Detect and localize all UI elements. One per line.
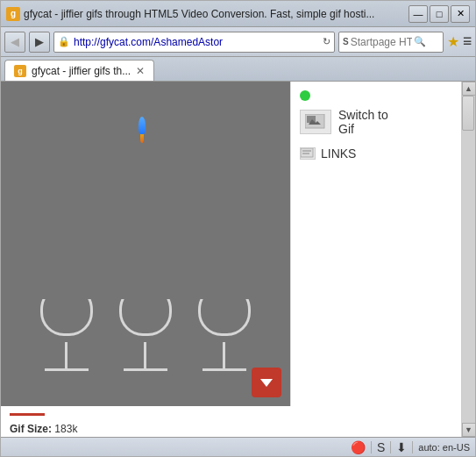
tab-close-button[interactable]: ✕	[136, 65, 145, 77]
tab-title: gfycat - jiffier gifs th...	[32, 65, 131, 77]
status-separator-2	[390, 441, 391, 453]
status-bar: 🔴 S ⬇ auto: en-US	[1, 437, 475, 456]
sidebar-panel: Switch to Gif LINKS	[290, 82, 461, 406]
close-button[interactable]: ✕	[451, 5, 470, 23]
gif-size-value: 183k	[54, 423, 77, 435]
download-status-icon: ⬇	[396, 440, 407, 454]
glass-base-3	[202, 368, 246, 371]
content-area: Switch to Gif LINKS	[1, 82, 475, 437]
links-label: LINKS	[321, 146, 356, 161]
tab-bar: g gfycat - jiffier gifs th... ✕	[1, 57, 475, 82]
glass-stem-2	[144, 342, 146, 368]
address-input[interactable]	[74, 36, 319, 48]
wine-glasses	[1, 283, 290, 371]
gif-scene	[1, 82, 290, 406]
forward-button[interactable]: ▶	[29, 32, 50, 53]
glass-cup-2	[119, 283, 172, 336]
projectile	[137, 117, 147, 143]
glass-stem-1	[65, 342, 67, 368]
title-bar: g gfycat - jiffier gifs through HTML5 Vi…	[1, 1, 475, 27]
security-icon: 🔴	[351, 440, 366, 454]
address-lock-icon: 🔒	[58, 36, 70, 47]
scroll-track[interactable]	[462, 96, 475, 423]
wine-glass-1	[36, 283, 97, 371]
svg-marker-0	[260, 379, 273, 387]
wine-glass-2	[115, 283, 176, 371]
scroll-thumb[interactable]	[462, 96, 474, 131]
back-button[interactable]: ◀	[4, 32, 25, 53]
language-indicator: auto: en-US	[418, 442, 470, 453]
navigation-bar: ◀ ▶ 🔒 ↻ S 🔍 ★ ☰	[1, 27, 475, 57]
search-logo: S	[343, 37, 349, 46]
minimize-button[interactable]: —	[409, 5, 428, 23]
projectile-body	[139, 117, 146, 134]
refresh-button[interactable]: ↻	[323, 36, 330, 47]
browser-window: g gfycat - jiffier gifs through HTML5 Vi…	[0, 0, 476, 457]
image-icon	[305, 114, 326, 130]
window-title: gfycat - jiffier gifs through HTML5 Vide…	[24, 8, 374, 20]
switch-to-gif-label: Switch to Gif	[338, 108, 388, 136]
switch-to-gif-button[interactable]: Switch to Gif	[300, 108, 452, 136]
info-section: Gif Size: 183k Gfy Size: 23k Compression…	[1, 406, 461, 437]
links-button[interactable]: LINKS	[300, 146, 452, 161]
glass-cup-1	[40, 283, 93, 336]
glass-stem-3	[223, 342, 225, 368]
active-tab[interactable]: g gfycat - jiffier gifs th... ✕	[4, 60, 154, 81]
glass-base-1	[45, 368, 89, 371]
tab-favicon: g	[14, 65, 26, 77]
status-separator-1	[371, 441, 372, 453]
search-icon[interactable]: 🔍	[414, 36, 426, 47]
status-separator-3	[412, 441, 413, 453]
link-icon-svg	[301, 148, 315, 159]
maximize-button[interactable]: □	[430, 5, 449, 23]
window-controls: — □ ✕	[409, 5, 470, 23]
glass-cup-3	[198, 283, 251, 336]
download-button[interactable]	[252, 368, 281, 397]
address-bar[interactable]: 🔒 ↻	[53, 32, 335, 53]
bookmarks-icon[interactable]: ★	[447, 33, 459, 50]
title-bar-left: g gfycat - jiffier gifs through HTML5 Vi…	[6, 7, 374, 21]
links-icon	[300, 147, 316, 160]
search-input[interactable]	[351, 36, 412, 48]
glass-base-2	[124, 368, 167, 371]
download-icon	[259, 375, 274, 390]
search-bar[interactable]: S 🔍	[338, 32, 444, 53]
svg-rect-4	[301, 148, 313, 157]
projectile-tail	[140, 134, 144, 143]
wine-glass-3	[194, 283, 255, 371]
green-status-dot	[300, 90, 310, 101]
gif-size-label: Gif Size:	[10, 423, 52, 435]
media-row: Switch to Gif LINKS	[1, 82, 461, 406]
video-container	[1, 82, 290, 406]
gif-thumbnail-icon	[300, 110, 331, 134]
red-divider	[10, 413, 45, 416]
browser-favicon: g	[6, 7, 20, 21]
menu-icon[interactable]: ☰	[463, 36, 472, 47]
vertical-scrollbar[interactable]: ▲ ▼	[461, 82, 475, 437]
scroll-up-button[interactable]: ▲	[462, 82, 476, 96]
scroll-down-button[interactable]: ▼	[462, 423, 476, 437]
gif-size-row: Gif Size: 183k	[10, 423, 452, 435]
addon-icon: S	[377, 440, 385, 454]
page-content: Switch to Gif LINKS	[1, 82, 461, 437]
